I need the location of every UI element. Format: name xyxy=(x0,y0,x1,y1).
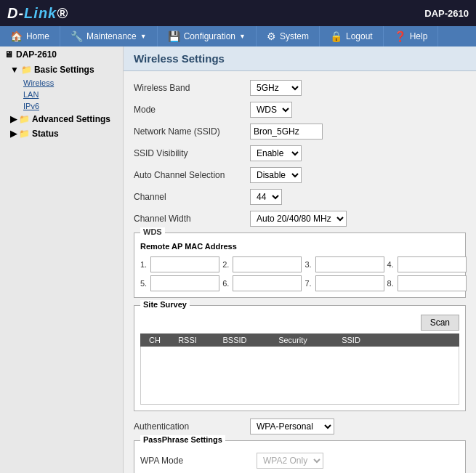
main-layout: 🖥 DAP-2610 ▼ 📁 Basic Settings Wireless L… xyxy=(0,47,476,473)
mac-input-2[interactable] xyxy=(233,256,302,272)
wds-section: WDS Remote AP MAC Address 1. 2. 3. xyxy=(134,233,466,298)
ssid-label: Network Name (SSID) xyxy=(134,126,250,137)
mac-input-4[interactable] xyxy=(398,256,467,272)
mac-label-4: 4. xyxy=(387,260,394,269)
wds-section-label: WDS xyxy=(140,227,165,236)
wireless-band-label: Wireless Band xyxy=(134,83,250,93)
nav-system[interactable]: ⚙ System xyxy=(257,26,320,47)
mode-select[interactable]: WDS AP xyxy=(250,102,292,118)
mac-label-5: 5. xyxy=(140,279,147,288)
mac-label-7: 7. xyxy=(304,279,311,288)
scan-btn-row: Scan xyxy=(140,315,459,331)
expand-icon: ▼ xyxy=(10,65,19,75)
ssid-visibility-control: Enable Disable xyxy=(250,145,302,161)
sidebar-root-label: DAP-2610 xyxy=(16,49,57,60)
mode-label: Mode xyxy=(134,105,250,115)
mac-input-6[interactable] xyxy=(233,275,302,291)
authentication-select[interactable]: WPA-Personal WPA-Enterprise Open xyxy=(250,419,334,434)
mac-label-6: 6. xyxy=(222,279,229,288)
sidebar-basic-settings[interactable]: ▼ 📁 Basic Settings xyxy=(0,62,123,77)
logo: D-Link® xyxy=(7,5,68,22)
mac-input-5[interactable] xyxy=(150,275,219,291)
home-icon: 🏠 xyxy=(10,31,23,42)
wpa-mode-select[interactable]: WPA2 Only xyxy=(257,453,323,469)
mac-cell-8: 8. xyxy=(387,275,467,291)
channel-select[interactable]: 44 36 40 48 xyxy=(250,189,282,205)
wpa-mode-label: WPA Mode xyxy=(140,456,257,466)
col-ch: CH xyxy=(140,333,169,347)
survey-table-body xyxy=(140,347,459,405)
channel-label: Channel xyxy=(134,192,250,202)
col-rssi: RSSI xyxy=(169,333,206,347)
mac-label-2: 2. xyxy=(222,260,229,269)
channel-control: 44 36 40 48 xyxy=(250,189,282,205)
sidebar-advanced-settings[interactable]: ▶ 📁 Advanced Settings xyxy=(0,112,123,126)
ssid-visibility-label: SSID Visibility xyxy=(134,148,250,158)
scan-button[interactable]: Scan xyxy=(421,315,459,331)
nav-configuration[interactable]: 💾 Configuration ▼ xyxy=(158,26,257,47)
nav-maintenance-label: Maintenance xyxy=(86,31,137,41)
mac-label-3: 3. xyxy=(304,260,311,269)
nav-help[interactable]: ❓ Help xyxy=(384,26,439,47)
mac-cell-7: 7. xyxy=(304,275,384,291)
channel-width-select[interactable]: Auto 20/40/80 MHz 20 MHz 40 MHz xyxy=(250,211,347,227)
auto-channel-control: Disable Enable xyxy=(250,167,302,183)
auto-channel-select[interactable]: Disable Enable xyxy=(250,167,302,183)
sidebar-group-advanced: ▶ 📁 Advanced Settings xyxy=(0,112,123,126)
model-label: DAP-2610 xyxy=(424,8,469,19)
channel-width-control: Auto 20/40/80 MHz 20 MHz 40 MHz xyxy=(250,211,347,227)
folder-icon-status: 📁 xyxy=(19,129,30,139)
mac-input-8[interactable] xyxy=(398,275,467,291)
authentication-row: Authentication WPA-Personal WPA-Enterpri… xyxy=(134,419,466,434)
auto-channel-row: Auto Channel Selection Disable Enable xyxy=(134,167,466,183)
folder-icon: 📁 xyxy=(21,65,32,75)
expand-icon-advanced: ▶ xyxy=(10,114,17,124)
mac-input-7[interactable] xyxy=(315,275,384,291)
mac-label-1: 1. xyxy=(140,260,147,269)
channel-width-label: Channel Width xyxy=(134,214,250,224)
form-area: Wireless Band 5GHz 2.4GHz Mode WDS AP xyxy=(124,71,476,473)
sidebar-root[interactable]: 🖥 DAP-2610 xyxy=(0,47,123,62)
sidebar-item-lan[interactable]: LAN xyxy=(0,89,123,100)
ssid-visibility-select[interactable]: Enable Disable xyxy=(250,145,302,161)
survey-table-header: CH RSSI BSSID Security SSID xyxy=(140,333,459,347)
nav-system-label: System xyxy=(280,31,309,41)
col-ssid: SSID xyxy=(322,333,380,347)
authentication-control: WPA-Personal WPA-Enterprise Open xyxy=(250,419,334,434)
configuration-icon: 💾 xyxy=(168,31,180,42)
mac-cell-3: 3. xyxy=(304,256,384,272)
mac-label-8: 8. xyxy=(387,279,394,288)
mac-input-3[interactable] xyxy=(315,256,384,272)
wireless-band-select[interactable]: 5GHz 2.4GHz xyxy=(250,80,302,96)
ssid-control xyxy=(250,124,323,140)
expand-icon-status: ▶ xyxy=(10,129,17,139)
mac-cell-2: 2. xyxy=(222,256,302,272)
sidebar-item-wireless[interactable]: Wireless xyxy=(0,77,123,89)
nav-home-label: Home xyxy=(26,31,49,41)
col-security: Security xyxy=(264,333,322,347)
sidebar-group-status: ▶ 📁 Status xyxy=(0,126,123,141)
configuration-arrow-icon: ▼ xyxy=(239,33,246,40)
header: D-Link® DAP-2610 xyxy=(0,0,476,26)
maintenance-arrow-icon: ▼ xyxy=(140,33,147,40)
help-icon: ❓ xyxy=(394,31,406,42)
navbar: 🏠 Home 🔧 Maintenance ▼ 💾 Configuration ▼… xyxy=(0,26,476,47)
authentication-label: Authentication xyxy=(134,421,250,432)
nav-maintenance[interactable]: 🔧 Maintenance ▼ xyxy=(60,26,158,47)
sidebar-status[interactable]: ▶ 📁 Status xyxy=(0,126,123,141)
ssid-input[interactable] xyxy=(250,124,323,140)
ssid-row: Network Name (SSID) xyxy=(134,124,466,140)
mode-control: WDS AP xyxy=(250,102,292,118)
mac-cell-4: 4. xyxy=(387,256,467,272)
nav-logout[interactable]: 🔒 Logout xyxy=(320,26,384,47)
content-area: Wireless Settings Wireless Band 5GHz 2.4… xyxy=(124,47,476,473)
remote-ap-label: Remote AP MAC Address xyxy=(140,242,459,251)
mac-input-1[interactable] xyxy=(150,256,219,272)
nav-home[interactable]: 🏠 Home xyxy=(0,26,60,47)
nav-help-label: Help xyxy=(410,31,428,41)
sidebar-item-ipv6[interactable]: IPv6 xyxy=(0,100,123,112)
mac-cell-5: 5. xyxy=(140,275,219,291)
site-survey-section: Site Survey Scan CH RSSI BSSID Security … xyxy=(134,305,466,411)
mac-cell-6: 6. xyxy=(222,275,302,291)
wpa-mode-control: WPA2 Only xyxy=(257,453,323,469)
